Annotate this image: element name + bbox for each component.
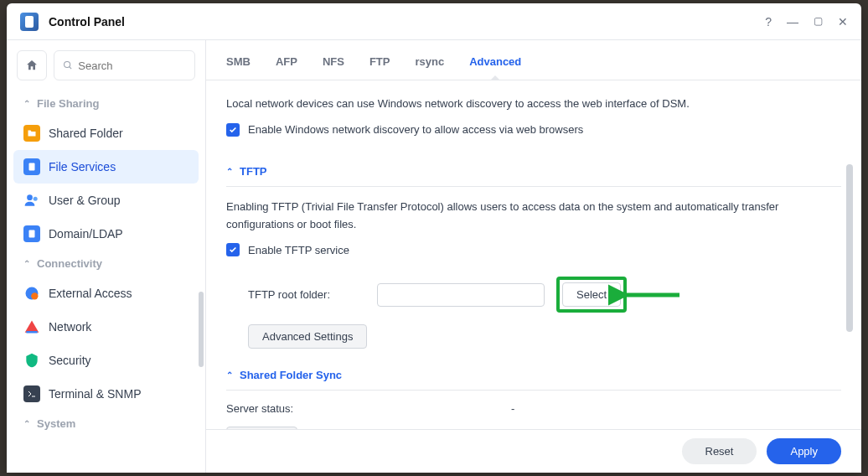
- file-services-icon: [23, 158, 40, 175]
- chevron-up-icon: ⌃: [23, 259, 30, 268]
- sfs-section-header[interactable]: ⌃ Shared Folder Sync: [226, 360, 841, 391]
- svg-marker-8: [25, 321, 39, 333]
- sidebar-item-user-group[interactable]: User & Group: [13, 184, 199, 217]
- sidebar-item-domain-ldap[interactable]: Domain/LDAP: [13, 217, 199, 251]
- svg-point-0: [65, 61, 70, 67]
- annotation-highlight: Select: [556, 277, 627, 313]
- wnd-description: Local network devices can use Windows ne…: [226, 96, 841, 113]
- svg-point-4: [34, 197, 38, 201]
- maximize-icon[interactable]: ▢: [814, 15, 823, 28]
- app-icon: [20, 13, 39, 31]
- close-icon[interactable]: ✕: [838, 15, 848, 28]
- advanced-settings-button[interactable]: Advanced Settings: [248, 324, 367, 349]
- tab-ftp[interactable]: FTP: [369, 55, 390, 80]
- tab-bar: SMB AFP NFS FTP rsync Advanced: [206, 40, 861, 80]
- folder-icon: [23, 125, 40, 142]
- svg-line-1: [70, 67, 72, 70]
- home-icon: [25, 59, 39, 72]
- chevron-up-icon: ⌃: [226, 370, 233, 380]
- tab-afp[interactable]: AFP: [276, 55, 297, 80]
- tftp-enable-label: Enable TFTP service: [248, 244, 349, 256]
- sidebar-item-security[interactable]: Security: [13, 344, 199, 377]
- search-icon: [63, 60, 73, 71]
- sidebar-scrollbar[interactable]: [199, 292, 204, 367]
- sidebar-item-shared-folder[interactable]: Shared Folder: [13, 116, 199, 150]
- tftp-enable-checkbox[interactable]: [226, 243, 240, 256]
- chevron-up-icon: ⌃: [226, 167, 233, 176]
- apply-button[interactable]: Apply: [767, 438, 841, 464]
- window-title: Control Panel: [49, 15, 125, 28]
- sidebar: ⌃ File Sharing Shared Folder File Servic…: [7, 40, 206, 473]
- tftp-root-input[interactable]: [377, 283, 545, 307]
- svg-point-3: [27, 194, 33, 200]
- shield-icon: [23, 352, 40, 369]
- svg-point-7: [31, 292, 38, 299]
- search-box[interactable]: [54, 50, 195, 80]
- chevron-up-icon: ⌃: [23, 99, 30, 108]
- main-panel: SMB AFP NFS FTP rsync Advanced Local net…: [206, 40, 861, 473]
- control-panel-window: Control Panel ? — ▢ ✕ ⌃ File Sharing: [7, 3, 861, 473]
- server-status-value: -: [511, 402, 514, 415]
- tab-smb[interactable]: SMB: [226, 55, 251, 80]
- svg-rect-5: [29, 230, 35, 238]
- sidebar-item-network[interactable]: Network: [13, 310, 199, 344]
- footer: Reset Apply: [206, 429, 861, 473]
- globe-icon: [23, 285, 40, 302]
- svg-rect-2: [29, 163, 35, 171]
- tab-advanced[interactable]: Advanced: [469, 55, 521, 80]
- terminal-icon: [23, 385, 40, 402]
- sidebar-item-terminal-snmp[interactable]: Terminal & SNMP: [13, 377, 199, 411]
- help-icon[interactable]: ?: [765, 15, 772, 28]
- content-scrollbar[interactable]: [846, 164, 853, 332]
- tab-rsync[interactable]: rsync: [415, 55, 444, 80]
- section-system[interactable]: ⌃ System: [13, 411, 199, 437]
- select-button[interactable]: Select: [562, 282, 621, 307]
- search-input[interactable]: [78, 60, 186, 72]
- content-area: Local network devices can use Windows ne…: [206, 80, 861, 429]
- sidebar-item-external-access[interactable]: External Access: [13, 277, 199, 310]
- wnd-checkbox[interactable]: [226, 123, 240, 137]
- network-icon: [23, 318, 40, 335]
- check-icon: [229, 126, 237, 134]
- chevron-up-icon: ⌃: [23, 419, 30, 428]
- wnd-checkbox-label: Enable Windows network discovery to allo…: [248, 123, 583, 136]
- book-icon: [23, 225, 40, 242]
- section-file-sharing[interactable]: ⌃ File Sharing: [13, 91, 199, 116]
- tftp-section-header[interactable]: ⌃ TFTP: [226, 157, 841, 187]
- check-icon: [229, 246, 237, 254]
- server-status-label: Server status:: [226, 402, 511, 415]
- section-connectivity[interactable]: ⌃ Connectivity: [13, 251, 199, 277]
- reset-button[interactable]: Reset: [682, 438, 757, 464]
- tftp-description: Enabling TFTP (Trivial File Transfer Pro…: [226, 199, 841, 234]
- sidebar-item-file-services[interactable]: File Services: [13, 150, 199, 184]
- titlebar: Control Panel ? — ▢ ✕: [7, 3, 861, 40]
- task-list-button[interactable]: Task List: [226, 427, 297, 429]
- home-button[interactable]: [17, 50, 47, 80]
- tftp-root-label: TFTP root folder:: [248, 288, 365, 301]
- users-icon: [23, 192, 40, 209]
- tab-nfs[interactable]: NFS: [323, 55, 344, 80]
- svg-rect-9: [26, 331, 37, 334]
- minimize-icon[interactable]: —: [787, 15, 798, 28]
